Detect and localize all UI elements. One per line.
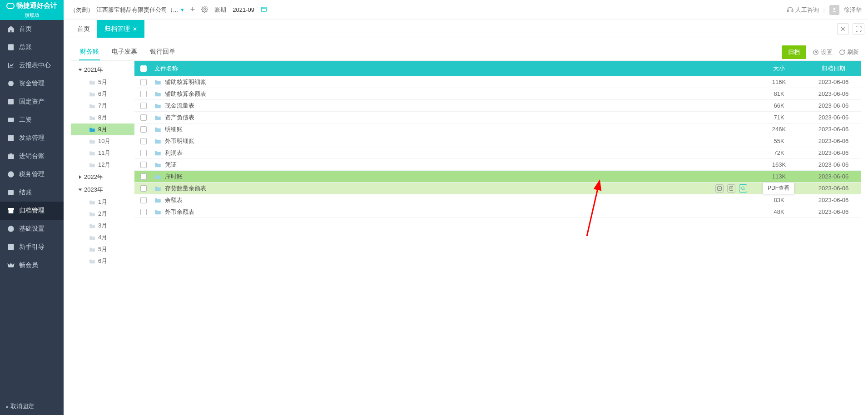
nav-label: 结账 [19,188,32,197]
archive-date: 2023-06-06 [806,138,861,144]
row-checkbox[interactable] [140,79,147,85]
nav-item-stock[interactable]: 进销台账 [0,147,64,165]
tax-icon [7,171,15,178]
tree-month[interactable]: 2月 [71,208,134,220]
tree-year[interactable]: 2023年 [71,183,134,196]
tree-month[interactable]: 6月 [71,255,134,267]
svg-point-14 [204,8,206,10]
unpin-link[interactable]: « 取消固定 [0,398,64,415]
tab-0[interactable]: 首页 [70,20,97,38]
nav-item-tax[interactable]: 税务管理 [0,165,64,183]
tree-year[interactable]: 2022年 [71,171,134,183]
money-icon [7,116,15,124]
tree-month[interactable]: 8月 [71,112,134,124]
folder-icon [154,103,161,109]
tree-month[interactable]: 10月 [71,135,134,147]
row-checkbox[interactable] [140,103,147,109]
row-checkbox[interactable] [140,150,147,156]
download-image-icon[interactable] [715,184,724,193]
table-row[interactable]: 现金流量表66K2023-06-06 [134,100,861,112]
nav-item-gear[interactable]: 基础设置 [0,220,64,238]
close-icon[interactable]: ✕ [133,26,137,32]
nav-item-invoice[interactable]: 发票管理 [0,129,64,147]
month-label: 10月 [98,137,110,145]
vip-icon [7,262,15,269]
row-checkbox[interactable] [140,126,147,133]
archive-date: 2023-06-06 [806,114,861,121]
tree-month[interactable]: 3月 [71,220,134,232]
nav-item-play[interactable]: 新手引导 [0,238,64,256]
file-name: 外币余额表 [165,208,194,216]
tree-month[interactable]: 9月 [71,124,134,135]
consult-link[interactable]: 人工咨询 [787,6,819,14]
table-row[interactable]: 存货数量余额表2K2023-06-06PDF查看 [134,183,861,194]
select-all-checkbox[interactable] [140,65,147,72]
table-row[interactable]: 明细账246K2023-06-06 [134,124,861,135]
table-row[interactable]: 辅助核算明细账116K2023-06-06 [134,76,861,88]
archive-date: 2023-06-06 [806,126,861,133]
nav-item-chart[interactable]: 云报表中心 [0,56,64,74]
table-row[interactable]: 利润表72K2023-06-06 [134,147,861,159]
tree-month[interactable]: 12月 [71,159,134,171]
year-tree: 2021年5月6月7月8月9月10月11月12月2022年2023年1月2月3月… [71,61,134,415]
nav-label: 资金管理 [19,79,45,88]
row-checkbox[interactable] [140,197,147,203]
nav-item-money[interactable]: 工资 [0,111,64,129]
username[interactable]: 徐泽华 [844,6,862,14]
row-checkbox[interactable] [140,138,147,144]
nav-item-coin[interactable]: 资金管理 [0,74,64,93]
add-company-button[interactable]: + [190,5,195,15]
view-pdf-icon[interactable] [739,184,747,193]
refresh-link[interactable]: 刷新 [839,48,859,56]
row-checkbox[interactable] [140,91,147,97]
tab-1[interactable]: 归档管理✕ [97,20,144,38]
nav-item-close[interactable]: 结账 [0,183,64,202]
row-checkbox[interactable] [140,114,147,121]
nav-item-home[interactable]: 首页 [0,20,64,38]
company-selector[interactable]: （勿删） 江西服宝精品有限责任公司（... ▾ [70,6,184,14]
table-row[interactable]: 辅助核算余额表81K2023-06-06 [134,88,861,100]
file-size: 55K [752,138,806,144]
table-row[interactable]: 余额表83K2023-06-06 [134,194,861,206]
tree-month[interactable]: 7月 [71,100,134,112]
tree-month[interactable]: 11月 [71,147,134,159]
folder-icon [154,126,161,132]
download-pdf-icon[interactable] [727,184,735,193]
nav-item-ledger[interactable]: 总账 [0,38,64,56]
fullscreen-button[interactable]: ⛶ [853,23,864,35]
table-row[interactable]: 外币明细账55K2023-06-06 [134,135,861,147]
table-row[interactable]: 外币余额表48K2023-06-06 [134,206,861,218]
row-checkbox[interactable] [140,185,147,192]
subtab-1[interactable]: 电子发票 [111,44,138,60]
tree-month[interactable]: 6月 [71,88,134,100]
archive-button[interactable]: 归档 [782,45,806,59]
nav-item-box[interactable]: 固定资产 [0,93,64,111]
table-row[interactable]: 凭证163K2023-06-06 [134,159,861,171]
calendar-icon[interactable] [261,6,267,14]
period-value[interactable]: 2021-09 [233,6,254,13]
tree-month[interactable]: 5月 [71,243,134,255]
avatar[interactable] [829,5,839,15]
settings-link[interactable]: 设置 [813,48,833,56]
table-row[interactable]: 序时账113K2023-06-06 [134,171,861,183]
tree-month[interactable]: 4月 [71,232,134,243]
table-row[interactable]: 资产负债表71K2023-06-06 [134,112,861,124]
company-settings-icon[interactable] [201,6,208,14]
tree-month[interactable]: 5月 [71,76,134,88]
invoice-icon [7,134,15,142]
tree-month[interactable]: 1月 [71,196,134,208]
nav-item-archive[interactable]: 归档管理 [0,202,64,220]
row-checkbox[interactable] [140,162,147,168]
archive-date: 2023-06-06 [806,173,861,180]
nav-label: 云报表中心 [19,61,51,69]
close-tab-button[interactable]: ✕ [837,23,849,35]
subtab-0[interactable]: 财务账 [79,44,100,60]
nav-item-vip[interactable]: 畅会员 [0,256,64,274]
tree-year[interactable]: 2021年 [71,64,134,76]
subtab-2[interactable]: 银行回单 [149,44,176,60]
row-checkbox[interactable] [140,209,147,215]
folder-icon [89,162,95,168]
play-icon [7,243,15,251]
row-checkbox[interactable] [140,173,147,180]
brand-logo: 畅捷通好会计 旗舰版 [0,0,64,20]
